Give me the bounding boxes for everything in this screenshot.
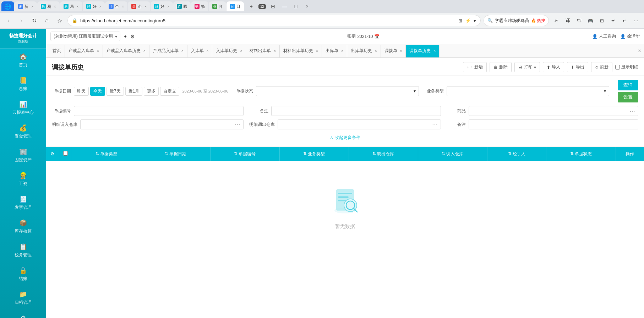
sidebar-item-ledger[interactable]: 📒 总账 <box>0 72 46 96</box>
date-btn-today[interactable]: 今天 <box>90 87 105 96</box>
undo-btn[interactable]: ↩ <box>620 16 629 25</box>
sidebar-item-assets[interactable]: 🏢 固定资产 <box>0 144 46 167</box>
add-company-btn[interactable]: + <box>124 34 127 39</box>
goods-dots-icon[interactable]: ⋯ <box>629 108 635 115</box>
page-tab-9-close[interactable]: × <box>375 49 377 53</box>
table-th-doc-type[interactable]: ⇅ 单据类型 <box>72 147 141 161</box>
minimize-btn[interactable]: — <box>280 2 289 11</box>
detail-in-filter-select[interactable]: ⋯ <box>80 119 244 129</box>
print-btn[interactable]: 🖨 打印 ▾ <box>514 62 540 72</box>
page-tab-6-close[interactable]: × <box>274 49 276 53</box>
page-tab-7-close[interactable]: × <box>316 49 318 53</box>
docno-filter-input[interactable] <box>74 106 244 116</box>
page-tab-4-close[interactable]: × <box>207 49 209 53</box>
sidebar-item-home[interactable]: 🏠 首页 <box>0 49 46 72</box>
page-tab-1[interactable]: 产成品入库单 × <box>65 45 103 57</box>
page-tab-10-close[interactable]: × <box>400 49 402 53</box>
export-btn[interactable]: ⬇ 导出 <box>567 62 588 72</box>
sidebar-item-tax[interactable]: 📋 税务管理 <box>0 239 46 262</box>
browser-tab-9[interactable]: 畅 畅 <box>191 1 208 11</box>
browser-tab-8[interactable]: 腾 腾 <box>173 1 191 11</box>
refresh-toolbar-btn[interactable]: ↻ 刷新 <box>591 62 612 72</box>
biztype-filter-select[interactable]: ▾ <box>447 86 609 96</box>
new-tab-btn[interactable]: + <box>247 2 256 11</box>
page-tab-8[interactable]: 出库单 × <box>322 45 347 57</box>
page-tab-1-close[interactable]: × <box>97 49 99 53</box>
select-all-checkbox[interactable] <box>63 151 68 156</box>
page-tab-10[interactable]: 调拨单 × <box>381 45 406 57</box>
settings-gear-btn[interactable]: ⚙ <box>130 34 135 39</box>
detail-in-dots-icon[interactable]: ⋯ <box>235 121 240 128</box>
table-th-doc-date[interactable]: ⇅ 单据日期 <box>141 147 210 161</box>
game-btn[interactable]: 🎮 <box>586 16 595 25</box>
note-filter-input[interactable] <box>271 106 441 116</box>
browser-tab-10[interactable]: 各 各 <box>209 1 226 11</box>
page-tab-2[interactable]: 产成品入库单历史 × <box>103 45 149 57</box>
page-tab-5[interactable]: 入库单历史 × <box>212 45 246 57</box>
back-btn[interactable]: ‹ <box>4 16 13 26</box>
forward-btn[interactable]: › <box>16 16 26 26</box>
sidebar-item-archive[interactable]: 📁 归档管理 <box>0 286 46 310</box>
extensions-btn[interactable]: ⊞ <box>269 2 277 11</box>
scissors-btn[interactable]: ✂ <box>552 16 561 25</box>
home-btn[interactable]: ⌂ <box>42 16 52 26</box>
refresh-btn[interactable]: ↻ <box>29 16 39 26</box>
page-tab-3[interactable]: 产成品入库单 × <box>149 45 187 57</box>
table-th-operator[interactable]: ⇅ 经手人 <box>487 147 546 161</box>
show-cols-checkbox[interactable] <box>615 65 620 69</box>
sidebar-item-reports[interactable]: 📊 云报表中心 <box>0 96 46 120</box>
settings-filter-btn[interactable]: 设置 <box>618 92 638 102</box>
browser-tab-logo[interactable]: 🌐 <box>1 1 14 11</box>
address-bar[interactable]: 🔒 https://cloud.chanjet.com/accounting/u… <box>67 15 481 26</box>
search-bar[interactable]: 🔍 学霸应聘场驱鸟员 🔥 热搜 <box>484 15 549 26</box>
dropdown-icon[interactable]: ▾ <box>474 18 476 23</box>
page-tab-4[interactable]: 入库单 × <box>187 45 213 57</box>
note2-filter-input[interactable] <box>469 119 638 129</box>
page-tab-9[interactable]: 出库单历史 × <box>347 45 381 57</box>
sidebar-item-invoice[interactable]: 🧾 发票管理 <box>0 191 46 215</box>
date-btn-more[interactable]: 更多 <box>144 87 159 96</box>
date-btn-custom[interactable]: 自定义 <box>160 87 179 96</box>
status-filter-select[interactable]: ▾ <box>256 86 419 96</box>
browser-tab-3[interactable]: 易 易 × <box>60 1 82 11</box>
browser-tab-5[interactable]: 个 个 × <box>105 1 127 11</box>
table-th-in-warehouse[interactable]: ⇅ 调入仓库 <box>418 147 487 161</box>
company-selector[interactable]: (勿删勿禁用) 江西服宝测试专用 ▾ <box>50 32 120 41</box>
page-tab-5-close[interactable]: × <box>240 49 242 53</box>
browser-tab-1[interactable]: 新 新 × <box>15 1 37 11</box>
sidebar-item-payroll[interactable]: 👷 工资 <box>0 167 46 191</box>
browser-tab-11[interactable]: 目 目 <box>227 1 244 11</box>
date-btn-7days[interactable]: 近7天 <box>107 87 124 96</box>
page-tab-7[interactable]: 材料出库单历史 × <box>280 45 322 57</box>
page-tab-6[interactable]: 材料出库单 × <box>246 45 280 57</box>
sidebar-item-closing[interactable]: 🔒 结账 <box>0 262 46 286</box>
sidebar-item-funds[interactable]: 💰 资金管理 <box>0 120 46 144</box>
goods-filter-select[interactable]: ⋯ <box>469 106 638 116</box>
user-service[interactable]: 👤人工咨询 <box>592 33 616 39</box>
detail-out-dots-icon[interactable]: ⋯ <box>432 121 438 128</box>
shield-btn[interactable]: 🛡 <box>574 16 584 25</box>
close-window-btn[interactable]: × <box>303 2 311 11</box>
collapse-bar[interactable]: ∧ 收起更多条件 <box>52 133 638 142</box>
page-tab-11-close[interactable]: × <box>433 49 436 53</box>
new-btn[interactable]: + + 新增 <box>463 62 487 72</box>
table-th-out-warehouse[interactable]: ⇅ 调出仓库 <box>349 147 418 161</box>
sidebar-item-settings[interactable]: ⚙ 基础设置 <box>0 310 46 318</box>
page-tab-11[interactable]: 调拨单历史 × <box>406 45 440 57</box>
maximize-btn[interactable]: □ <box>291 2 300 11</box>
close-all-tabs-btn[interactable]: × <box>638 48 641 54</box>
page-tab-3-close[interactable]: × <box>181 49 184 53</box>
translate-btn[interactable]: 译 <box>563 16 572 25</box>
browser-tab-7[interactable]: 好 好 × <box>151 1 173 11</box>
show-cols-check[interactable]: 显示明细 <box>615 64 638 70</box>
detail-out-filter-select[interactable]: ⋯ <box>278 119 441 129</box>
table-th-checkbox[interactable] <box>59 147 72 161</box>
table-th-settings[interactable]: ⚙ <box>46 147 59 161</box>
sidebar-item-inventory[interactable]: 📦 库存核算 <box>0 215 46 239</box>
import-btn[interactable]: ⬆ 导入 <box>543 62 564 72</box>
table-th-doc-status[interactable]: ⇅ 单据状态 <box>546 147 616 161</box>
page-tab-home[interactable]: 首页 <box>49 45 65 57</box>
date-btn-1month[interactable]: 近1月 <box>125 87 143 96</box>
table-th-biz-type[interactable]: ⇅ 业务类型 <box>279 147 349 161</box>
page-tab-8-close[interactable]: × <box>341 49 343 53</box>
